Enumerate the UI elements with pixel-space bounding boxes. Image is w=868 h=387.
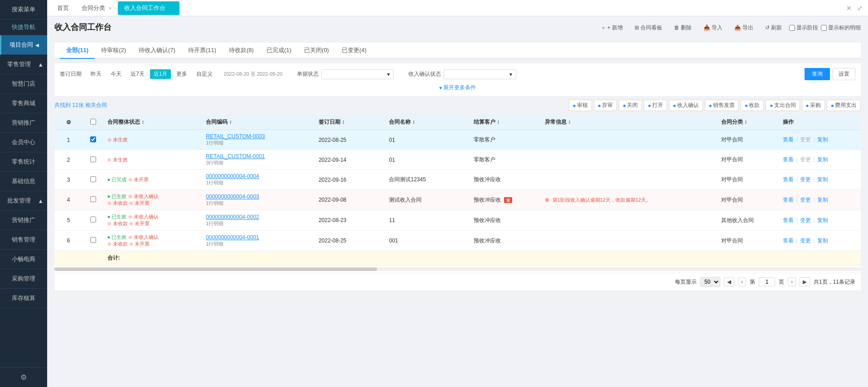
th-code[interactable]: 合同编码 ↕ [202, 115, 315, 130]
first-page-btn[interactable]: ◀ [724, 277, 734, 286]
change-btn[interactable]: 变更 [800, 136, 811, 143]
sidebar-settings[interactable]: ⚙ [0, 367, 47, 387]
close-contract-btn[interactable]: ● 关闭 [619, 100, 642, 111]
sidebar-item-marketing2[interactable]: 营销推广 [0, 211, 47, 230]
th-error-info[interactable]: 异常信息 ↕ [541, 115, 717, 130]
sidebar-item-xiaowei[interactable]: 小畅电商 [0, 250, 47, 269]
tabbar-maximize-button[interactable]: ⤢ [855, 5, 864, 12]
contract-code-link[interactable]: 0000000000004-0001 [206, 234, 311, 241]
change-btn[interactable]: 变更 [800, 156, 811, 163]
row-check[interactable] [82, 150, 104, 170]
th-overall-status[interactable]: 合同整体状态 ↕ [104, 115, 203, 130]
change-btn[interactable]: 变更 [800, 176, 811, 183]
copy-btn[interactable]: 复制 [817, 156, 828, 163]
copy-btn[interactable]: 复制 [817, 136, 828, 143]
contract-code-link[interactable]: 0000000000004-0004 [206, 173, 311, 179]
next-page-btn[interactable]: › [788, 277, 796, 286]
th-check[interactable] [82, 115, 104, 130]
view-btn[interactable]: 查看 [783, 176, 794, 183]
sidebar-item-retail-mall[interactable]: 零售商城 [0, 94, 47, 113]
tab-contract-category-close[interactable]: × [109, 5, 112, 11]
last7-btn[interactable]: 近7天 [127, 69, 148, 79]
view-btn[interactable]: 查看 [783, 156, 794, 163]
status-tab-pending-invoice[interactable]: 待开票(11) [182, 43, 223, 59]
tab-income-workbench-close[interactable]: × [170, 5, 173, 11]
import-button[interactable]: 📥 导入 [699, 22, 727, 34]
th-sign-date[interactable]: 签订日期 ↕ [315, 115, 385, 130]
copy-btn[interactable]: 复制 [817, 237, 828, 244]
doc-status-select[interactable]: ▾ [321, 69, 394, 79]
status-tab-pending-review[interactable]: 待审核(2) [95, 43, 132, 59]
status-tab-completed[interactable]: 已完成(1) [260, 43, 298, 59]
row-check[interactable] [82, 170, 104, 190]
change-btn[interactable]: 变更 [800, 217, 811, 223]
output-contract-btn[interactable]: ● 支出合同 [766, 100, 800, 111]
expense-btn[interactable]: ● 费用支出 [827, 100, 861, 111]
horizontal-scrollbar[interactable] [54, 267, 861, 271]
sidebar-item-purchase[interactable]: 采购管理 [0, 269, 47, 289]
last-page-btn[interactable]: ▶ [800, 277, 810, 286]
status-tab-closed[interactable]: 已关闭(0) [298, 43, 335, 59]
change-btn[interactable]: 变更 [800, 197, 811, 203]
tab-home[interactable]: 首页 [51, 0, 75, 16]
abandon-btn[interactable]: ● 弃审 [594, 100, 617, 111]
show-stages-checkbox[interactable]: 显示阶段 [789, 24, 818, 32]
row-check[interactable] [82, 190, 104, 210]
sales-invoice-btn[interactable]: ● 销售发票 [705, 100, 739, 111]
last1month-btn[interactable]: 近1月 [150, 69, 171, 79]
contract-code-link[interactable]: 0000000000004-0003 [206, 194, 311, 200]
income-confirm-btn[interactable]: ● 收入确认 [669, 100, 703, 111]
status-tab-all[interactable]: 全部(11) [60, 43, 95, 59]
prev-page-btn[interactable]: ‹ [738, 277, 746, 286]
view-btn[interactable]: 查看 [783, 217, 794, 223]
contract-code-link[interactable]: RETAIL_CUSTOM-0001 [206, 153, 311, 160]
sidebar-item-retail-stat[interactable]: 零售统计 [0, 152, 47, 172]
copy-btn[interactable]: 复制 [817, 217, 828, 223]
th-name[interactable]: 合同名称 ↕ [385, 115, 470, 130]
contract-code-link[interactable]: RETAIL_CUSTOM-0003 [206, 133, 311, 140]
page-number-input[interactable] [759, 277, 775, 286]
status-tab-pending-income-confirm[interactable]: 待收入确认(7) [132, 43, 182, 59]
sidebar-item-marketing[interactable]: 营销推广 [0, 113, 47, 133]
status-tab-pending-collection[interactable]: 待收款(8) [223, 43, 260, 59]
sidebar-item-member[interactable]: 会员中心 [0, 133, 47, 152]
page-size-select[interactable]: 50 [700, 277, 720, 287]
tab-contract-category[interactable]: 合同分类 × [75, 0, 118, 16]
income-confirm-select[interactable]: ▾ [444, 69, 516, 79]
review-btn[interactable]: ● 审核 [569, 100, 592, 111]
row-check[interactable] [82, 130, 104, 150]
collection-btn[interactable]: ● 收款 [741, 100, 764, 111]
custom-btn[interactable]: 自定义 [193, 69, 216, 79]
view-btn[interactable]: 查看 [783, 197, 794, 203]
expand-more-btn[interactable]: ▾ 展开更多条件 [439, 84, 476, 92]
th-type[interactable]: 合同分类 ↕ [718, 115, 780, 130]
th-customer[interactable]: 结算客户 ↕ [470, 115, 541, 130]
view-btn[interactable]: 查看 [783, 237, 794, 244]
view-btn[interactable]: 查看 [783, 136, 794, 143]
sidebar-item-retail-mgmt[interactable]: 零售管理 ▲ [0, 55, 47, 74]
new-button[interactable]: ＋ + 新增 [596, 22, 627, 34]
refresh-button[interactable]: ↺ 刷新 [761, 22, 786, 34]
tab-income-workbench[interactable]: 收入合同工作台 × [118, 1, 179, 15]
row-check[interactable] [82, 210, 104, 231]
sidebar-item-project[interactable]: 项目合同 ◀ [0, 35, 47, 55]
today-btn[interactable]: 今天 [107, 69, 125, 79]
kanban-button[interactable]: ⊞ 合同看板 [630, 22, 667, 34]
tabbar-close-button[interactable]: ✕ [843, 5, 855, 12]
contract-code-link[interactable]: 0000000000004-0002 [206, 214, 311, 220]
query-button[interactable]: 查询 [805, 68, 830, 80]
status-tab-changed[interactable]: 已变更(4) [335, 43, 373, 59]
copy-btn[interactable]: 复制 [817, 176, 828, 183]
show-details-checkbox[interactable]: 显示标的明细 [821, 24, 861, 32]
row-check[interactable] [82, 231, 104, 251]
scrollbar-thumb[interactable] [54, 267, 377, 271]
sidebar-item-sales-mgmt[interactable]: 销售管理 [0, 230, 47, 250]
sidebar-search[interactable]: 搜索菜单 [0, 0, 47, 19]
change-btn[interactable]: 变更 [800, 237, 811, 244]
export-button[interactable]: 📤 导出 [730, 22, 758, 34]
sidebar-item-basic-info[interactable]: 基础信息 [0, 172, 47, 191]
more-btn[interactable]: 更多 [173, 69, 191, 79]
delete-button[interactable]: 🗑 删除 [669, 22, 696, 34]
set-button[interactable]: 设置 [833, 68, 855, 80]
open-contract-btn[interactable]: ● 打开 [644, 100, 667, 111]
